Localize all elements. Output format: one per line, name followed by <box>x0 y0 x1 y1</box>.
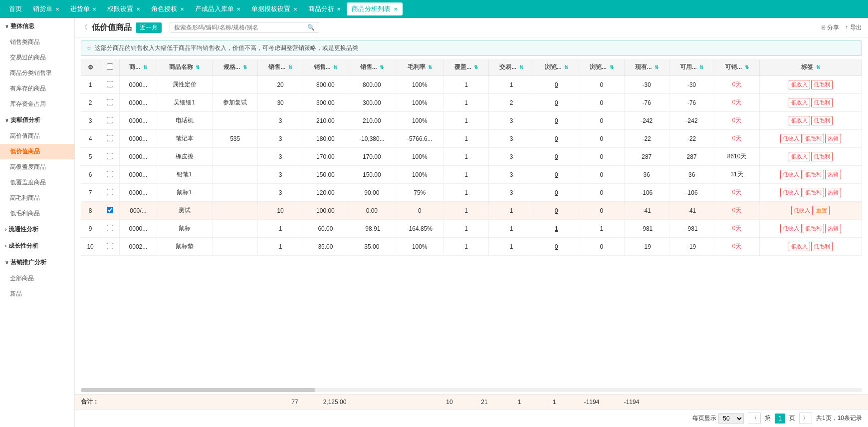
share-btn[interactable]: ⎘ 分享 <box>822 23 839 32</box>
col-current-stock[interactable]: 现有... ⇅ <box>624 59 669 76</box>
per-page-select: 每页显示 50 100 200 <box>692 413 744 424</box>
cell-views1[interactable]: 0 <box>534 238 579 256</box>
row-checkbox[interactable] <box>107 225 113 231</box>
row-checkbox[interactable] <box>107 81 113 87</box>
row-checkbox[interactable] <box>107 135 113 141</box>
sidebar-item-high-margin[interactable]: 高毛利商品 <box>0 190 74 206</box>
nav-purchase[interactable]: 进货单 ✕ <box>65 2 102 15</box>
nav-roles[interactable]: 角色授权 ✕ <box>146 2 189 15</box>
page-size-select[interactable]: 50 100 200 <box>718 413 744 424</box>
collapse-sidebar-btn[interactable]: 《 <box>81 23 88 32</box>
nav-close-sales[interactable]: ✕ <box>55 6 59 12</box>
cell-checkbox <box>100 94 120 112</box>
cell-sales-price: 35.00 <box>303 238 348 256</box>
sidebar-item-high-value[interactable]: 高价值商品 <box>0 128 74 144</box>
cell-sales-qty: 3 <box>258 148 303 166</box>
col-sales-amount[interactable]: 销售... ⇅ <box>348 59 396 76</box>
cell-views1[interactable]: 0 <box>534 94 579 112</box>
col-code[interactable]: 商... ⇅ <box>120 59 157 76</box>
cell-views1[interactable]: 1 <box>534 220 579 238</box>
col-settings[interactable]: ⚙ <box>81 59 100 76</box>
col-tags[interactable]: 标签 ⇅ <box>759 59 862 76</box>
sidebar-item-low-coverage[interactable]: 低覆盖度商品 <box>0 175 74 190</box>
cell-current-stock: 287 <box>624 148 669 166</box>
sidebar-group-circulation[interactable]: ›流通性分析 <box>0 221 74 238</box>
next-page-btn[interactable]: 〉 <box>799 413 812 424</box>
sidebar-item-category-rate[interactable]: 商品分类销售率 <box>0 65 74 81</box>
cell-gross-margin: 100% <box>396 94 443 112</box>
cell-coverage: 1 <box>443 112 488 130</box>
sidebar-item-sales-products[interactable]: 销售类商品 <box>0 34 74 50</box>
nav-analysis[interactable]: 商品分析 ✕ <box>303 2 346 15</box>
cell-gross-margin: 100% <box>396 112 443 130</box>
row-checkbox[interactable] <box>107 207 113 213</box>
nav-templates[interactable]: 单据模板设置 ✕ <box>246 2 302 15</box>
col-spec[interactable]: 规格... ⇅ <box>212 59 257 76</box>
nav-close-perms[interactable]: ✕ <box>136 6 140 12</box>
cell-views2: 0 <box>579 202 624 220</box>
time-badge[interactable]: 近一月 <box>136 22 162 33</box>
nav-close-templates[interactable]: ✕ <box>293 6 297 12</box>
cell-transactions: 3 <box>489 130 534 148</box>
col-sales-qty[interactable]: 销售... ⇅ <box>258 59 303 76</box>
cell-views1[interactable]: 0 <box>534 130 579 148</box>
nav-perms[interactable]: 权限设置 ✕ <box>102 2 145 15</box>
cell-sales-qty: 20 <box>258 76 303 94</box>
col-views2[interactable]: 浏览... ⇅ <box>579 59 624 76</box>
nav-close-analysis[interactable]: ✕ <box>337 6 341 12</box>
cell-spec: 参加复试 <box>212 94 257 112</box>
search-input[interactable] <box>174 24 307 31</box>
footer-label: 合计： <box>81 398 99 406</box>
col-sales-price[interactable]: 销售... ⇅ <box>303 59 348 76</box>
cell-views1[interactable]: 0 <box>534 202 579 220</box>
cell-gross-margin: -5766.6... <box>396 130 443 148</box>
nav-close-purchase[interactable]: ✕ <box>92 6 96 12</box>
cell-tags: 低收入低毛利 <box>759 76 862 94</box>
nav-products[interactable]: 产成品入库单 ✕ <box>190 2 246 15</box>
cell-views1[interactable]: 0 <box>534 184 579 202</box>
current-page[interactable]: 1 <box>775 414 785 424</box>
select-all-checkbox[interactable] <box>107 63 113 70</box>
cell-views1[interactable]: 0 <box>534 112 579 130</box>
cell-current-stock: -242 <box>624 112 669 130</box>
nav-analysis-list[interactable]: 商品分析列表 ✕ <box>347 2 403 15</box>
row-checkbox[interactable] <box>107 171 113 177</box>
sidebar-item-all-products[interactable]: 全部商品 <box>0 271 74 286</box>
sidebar-group-contribution[interactable]: ∨贡献值分析 <box>0 112 74 128</box>
nav-close-analysis-list[interactable]: ✕ <box>394 6 398 12</box>
prev-page-btn[interactable]: 〈 <box>748 413 761 424</box>
row-checkbox[interactable] <box>107 99 113 105</box>
col-gross-margin[interactable]: 毛利率 ⇅ <box>396 59 443 76</box>
sidebar-group-growth[interactable]: ›成长性分析 <box>0 238 74 254</box>
row-checkbox[interactable] <box>107 243 113 249</box>
col-transactions[interactable]: 交易... ⇅ <box>489 59 534 76</box>
sidebar-item-traded[interactable]: 交易过的商品 <box>0 50 74 65</box>
cell-views1[interactable]: 0 <box>534 148 579 166</box>
col-views1[interactable]: 浏览... ⇅ <box>534 59 579 76</box>
col-name[interactable]: 商品名称 ⇅ <box>157 59 212 76</box>
sidebar-item-low-value[interactable]: 低价值商品 <box>0 144 74 159</box>
row-checkbox[interactable] <box>107 117 113 123</box>
cell-views1[interactable]: 0 <box>534 166 579 184</box>
sidebar-item-high-coverage[interactable]: 高覆盖度商品 <box>0 159 74 175</box>
cell-views1[interactable]: 0 <box>534 76 579 94</box>
col-sellable[interactable]: 可销... ⇅ <box>714 59 759 76</box>
sidebar-group-overall[interactable]: ∨整体信息 <box>0 18 74 34</box>
row-checkbox[interactable] <box>107 153 113 159</box>
scrollbar-track[interactable] <box>81 388 862 392</box>
sidebar-item-new-products[interactable]: 新品 <box>0 286 74 302</box>
nav-close-roles[interactable]: ✕ <box>180 6 184 12</box>
nav-sales[interactable]: 销货单 ✕ <box>28 2 64 15</box>
sidebar-item-inventory[interactable]: 有库存的商品 <box>0 81 74 96</box>
nav-close-products[interactable]: ✕ <box>236 6 240 12</box>
nav-home[interactable]: 首页 <box>4 2 27 15</box>
sidebar-item-capital[interactable]: 库存资金占用 <box>0 96 74 112</box>
sidebar-item-low-margin[interactable]: 低毛利商品 <box>0 206 74 221</box>
col-coverage[interactable]: 覆盖... ⇅ <box>443 59 488 76</box>
cell-tags: 低收入低毛利 <box>759 112 862 130</box>
row-checkbox[interactable] <box>107 189 113 195</box>
col-available-stock[interactable]: 可用... ⇅ <box>669 59 714 76</box>
search-icon[interactable]: 🔍 <box>307 24 315 31</box>
sidebar-group-marketing[interactable]: ∨营销推广分析 <box>0 254 74 271</box>
export-btn[interactable]: ↑ 导出 <box>845 23 862 32</box>
